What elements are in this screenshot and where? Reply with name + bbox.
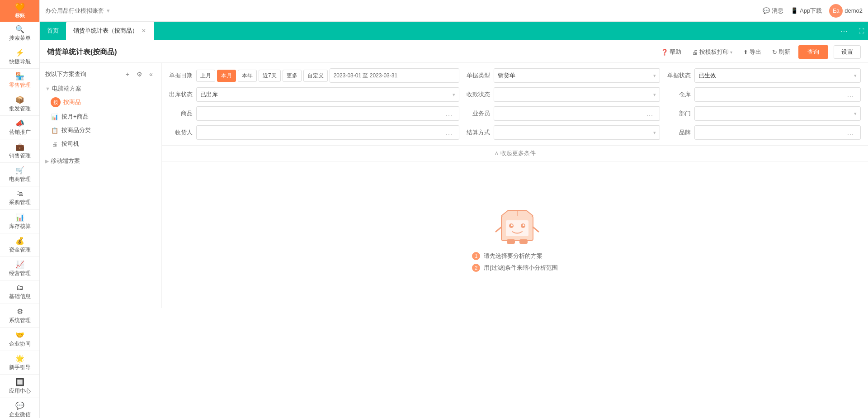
- brand-dots-icon[interactable]: …: [844, 128, 857, 137]
- msg-button[interactable]: 💬 消息: [763, 7, 783, 15]
- settings-button[interactable]: 设置: [834, 45, 861, 59]
- sidebar-item-guide[interactable]: 🌟 新手引导: [0, 351, 39, 375]
- scheme-item-by-cashier[interactable]: 🖨 按司机: [40, 137, 161, 151]
- filter-stock-status-select[interactable]: 已出库 ▾: [196, 87, 459, 102]
- filter-receipt-status-control: ▾: [494, 87, 660, 102]
- filter-doc-status-select[interactable]: 已生效 ▾: [694, 68, 861, 83]
- tabbar-fullscreen-icon[interactable]: ⛶: [855, 28, 868, 34]
- query-button[interactable]: 查询: [798, 45, 828, 59]
- filter-doc-type-select[interactable]: 销货单 ▾: [494, 68, 660, 83]
- date-more-button[interactable]: 更多: [283, 70, 302, 82]
- sidebar-item-finance[interactable]: 💰 资金管理: [0, 233, 39, 257]
- tab-sales-stat-label: 销货单统计表（按商品）: [73, 27, 138, 35]
- tab-home[interactable]: 首页: [40, 22, 66, 40]
- export-button[interactable]: ⬆ 导出: [741, 46, 764, 58]
- filter-payment-select[interactable]: ▾: [494, 125, 660, 140]
- svg-line-6: [496, 227, 501, 232]
- sidebar-item-enterprise[interactable]: 🤝 企业协同: [0, 328, 39, 351]
- svg-point-5: [523, 224, 524, 226]
- salesperson-dots-icon[interactable]: …: [643, 109, 656, 118]
- receipt-status-dropdown-icon: ▾: [653, 92, 656, 98]
- sidebar-item-search[interactable]: 🔍 搜索菜单: [0, 22, 39, 45]
- sidebar-item-base[interactable]: 🗂 基础信息: [0, 280, 39, 304]
- sidebar-item-ecommerce[interactable]: 🛒 电商管理: [0, 163, 39, 186]
- filter-brand-item: 品牌 …: [667, 125, 861, 140]
- app-download-button[interactable]: 📱 App下载: [791, 7, 822, 15]
- filter-department-control: ▾: [694, 106, 861, 121]
- warehouse-dots-icon[interactable]: …: [844, 90, 857, 99]
- logo-label: 标账: [15, 12, 25, 19]
- sidebar-item-wholesale[interactable]: 📦 批发管理: [0, 92, 39, 116]
- sidebar-item-apps[interactable]: 🔲 应用中心: [0, 375, 39, 398]
- help-button[interactable]: ❓ 帮助: [658, 46, 684, 58]
- scheme-settings-button[interactable]: ⚙: [134, 69, 144, 79]
- tabbar-expand-icon[interactable]: ⋯: [835, 27, 853, 35]
- product-dots-icon[interactable]: …: [443, 109, 455, 118]
- filter-receiver-select[interactable]: …: [196, 125, 459, 140]
- sidebar-item-inventory[interactable]: 📊 库存核算: [0, 210, 39, 233]
- filter-doc-type-value: 销货单: [498, 71, 653, 80]
- sidebar-item-retail-label: 零售管理: [9, 81, 31, 89]
- sidebar-item-base-label: 基础信息: [9, 293, 31, 300]
- filter-salesperson-label: 业务员: [467, 109, 494, 118]
- filter-warehouse-select[interactable]: …: [694, 87, 861, 102]
- date-last7-button[interactable]: 近7天: [259, 70, 281, 82]
- content-inner: 销货单统计表(按商品) ❓ 帮助 🖨 按模板打印 ▾ ⬆ 导出: [40, 40, 868, 418]
- user-menu[interactable]: Ea demo2: [829, 4, 863, 18]
- sidebar-item-marketing[interactable]: 📣 营销推广: [0, 116, 39, 139]
- filter-date-range: 上月 本月 本年 近7天 更多 自定义 2023-03-01 至 2023-03…: [196, 68, 459, 83]
- date-custom-button[interactable]: 自定义: [303, 70, 328, 82]
- content-area: 销货单统计表(按商品) ❓ 帮助 🖨 按模板打印 ▾ ⬆ 导出: [40, 40, 868, 418]
- scheme-item-by-category[interactable]: 📋 按商品分类: [40, 124, 161, 137]
- print-button[interactable]: 🖨 按模板打印 ▾: [689, 46, 735, 58]
- app-download-label: App下载: [800, 7, 822, 15]
- receiver-dots-icon[interactable]: …: [443, 128, 455, 137]
- refresh-button[interactable]: ↻ 刷新: [769, 46, 793, 58]
- sidebar-item-purchase[interactable]: 🛍 采购管理: [0, 186, 39, 210]
- scheme-item-by-product[interactable]: 按 按商品: [40, 95, 161, 110]
- date-this-year-button[interactable]: 本年: [238, 70, 257, 82]
- scheme-collapse-button[interactable]: «: [146, 69, 156, 79]
- breadcrumb-arrow[interactable]: ▾: [107, 7, 110, 14]
- sidebar-item-sales[interactable]: 💼 销售管理: [0, 139, 39, 163]
- filter-doc-status-label: 单据状态: [667, 71, 694, 80]
- sidebar-item-retail[interactable]: 🏪 零售管理: [0, 69, 39, 92]
- sidebar-item-quick-nav[interactable]: ⚡ 快捷导航: [0, 45, 39, 69]
- sidebar-item-system[interactable]: ⚙ 系统管理: [0, 304, 39, 328]
- category-icon: 📋: [51, 126, 59, 134]
- sidebar-item-sales-label: 销售管理: [9, 152, 31, 160]
- filter-department-select[interactable]: ▾: [694, 106, 861, 121]
- tab-close-icon[interactable]: ✕: [141, 27, 147, 35]
- scheme-group-pc-header[interactable]: ▼ 电脑端方案: [40, 82, 161, 95]
- filter-department-item: 部门 ▾: [667, 106, 861, 121]
- svg-rect-8: [507, 239, 515, 244]
- retail-icon: 🏪: [15, 72, 24, 81]
- filter-receipt-status-select[interactable]: ▾: [494, 87, 660, 102]
- sidebar: 🧡 标账 🔍 搜索菜单 ⚡ 快捷导航 🏪 零售管理 📦 批发管理 📣 营销推广 …: [0, 0, 40, 418]
- scheme-item-by-month-product[interactable]: 📊 按月+商品: [40, 110, 161, 124]
- date-last-month-button[interactable]: 上月: [196, 70, 215, 82]
- sidebar-item-operations[interactable]: 📈 经营管理: [0, 257, 39, 280]
- scheme-group-mobile-header[interactable]: ▶ 移动端方案: [40, 154, 161, 167]
- filter-product-control: …: [196, 106, 459, 121]
- filter-salesperson-select[interactable]: …: [494, 106, 660, 121]
- sidebar-item-wechat[interactable]: 💬 企业微信: [0, 398, 39, 418]
- date-range-input[interactable]: 2023-03-01 至 2023-03-31: [330, 68, 459, 83]
- filter-row-4: 收货人 … 结算方式: [169, 125, 861, 140]
- scheme-add-button[interactable]: +: [123, 69, 132, 79]
- base-icon: 🗂: [16, 284, 24, 292]
- filter-product-select[interactable]: …: [196, 106, 459, 121]
- scheme-item-by-product-label: 按商品: [63, 98, 81, 106]
- filter-salesperson-item: 业务员 …: [467, 106, 660, 121]
- scheme-item-by-category-label: 按商品分类: [61, 126, 91, 134]
- filter-receiver-item: 收货人 …: [169, 125, 459, 140]
- sidebar-item-enterprise-label: 企业协同: [9, 340, 31, 348]
- filter-brand-select[interactable]: …: [694, 125, 861, 140]
- tab-sales-stat[interactable]: 销货单统计表（按商品） ✕: [66, 22, 154, 40]
- left-panel: 按以下方案查询 + ⚙ « ▼ 电脑端方案: [40, 63, 162, 308]
- topbar: 办公用品行业模拟账套 ▾ 💬 消息 📱 App下载 Ea demo2: [40, 0, 868, 22]
- stock-status-dropdown-icon: ▾: [453, 92, 455, 98]
- doc-type-dropdown-icon: ▾: [653, 73, 656, 79]
- collapse-bar[interactable]: ∧ 收起更多条件: [162, 146, 868, 162]
- date-this-month-button[interactable]: 本月: [217, 70, 236, 82]
